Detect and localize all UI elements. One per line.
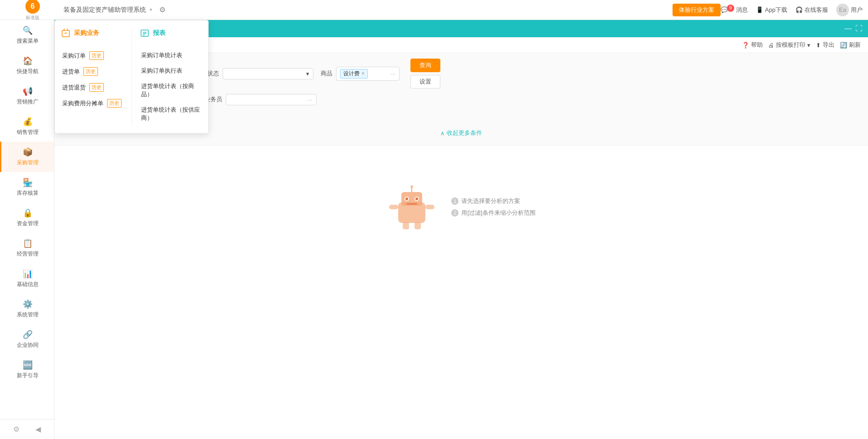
reports-col-header-icon xyxy=(139,28,150,39)
step-1-text: 请先选择要分析的方案 xyxy=(461,197,520,205)
export-button[interactable]: ⬆ 导出 xyxy=(816,41,834,49)
enterprise-icon: 🔗 xyxy=(23,330,33,340)
sidebar: 🔍 搜索菜单 🏠 快捷导航 📢 营销推广 💰 销售管理 📦 采购管理 🏪 库存核… xyxy=(0,20,54,439)
salesperson-select[interactable]: ··· xyxy=(226,94,317,105)
goods-more-dots[interactable]: ··· xyxy=(390,70,395,77)
history-tag-goods-receipt: 历史 xyxy=(83,67,98,76)
sidebar-item-system[interactable]: ⚙️ 系统管理 xyxy=(0,294,54,324)
collapse-label: 收起更多条件 xyxy=(447,129,482,137)
settings-bottom-button[interactable]: ⚙ xyxy=(13,425,20,434)
svg-rect-6 xyxy=(406,203,417,205)
system-gear-button[interactable]: ⚙ xyxy=(156,4,169,16)
svg-rect-9 xyxy=(403,222,409,229)
online-service-label: 在线客服 xyxy=(805,6,828,14)
marketing-icon: 📢 xyxy=(23,86,33,96)
filter-actions: 查询 设置 xyxy=(410,59,440,89)
step-2-text: 用[过滤]条件来缩小分析范围 xyxy=(461,209,535,217)
tab-minimize-button[interactable]: — xyxy=(844,25,852,33)
dropdown-goods-receipt-by-product[interactable]: 进货单统计表（按商品） xyxy=(139,79,203,102)
sidebar-label-enterprise: 企业协同 xyxy=(17,341,39,349)
app-download-button[interactable]: 📱 App下载 xyxy=(756,6,787,14)
finance-icon: 🔒 xyxy=(23,208,33,218)
svg-rect-13 xyxy=(62,30,69,37)
status-arrow: ▾ xyxy=(306,70,309,77)
header-right: 💬 9 消息 📱 App下载 🎧 在线客服 Ea 用户 xyxy=(721,4,863,16)
sidebar-item-inventory[interactable]: 🏪 库存核算 xyxy=(0,172,54,202)
goods-tag-label: 设计费 xyxy=(343,70,360,78)
tab-maximize-button[interactable]: ⛶ xyxy=(855,25,863,33)
history-tag-purchase-order: 历史 xyxy=(89,51,104,60)
system-dropdown-arrow[interactable]: ▾ xyxy=(150,7,152,13)
print-button[interactable]: 🖨 按模板打印 ▾ xyxy=(768,41,810,49)
purchase-col-header: 采购业务 xyxy=(60,28,124,42)
user-menu-button[interactable]: Ea 用户 xyxy=(836,4,863,16)
salesperson-dots[interactable]: ··· xyxy=(307,96,312,103)
svg-rect-10 xyxy=(414,222,421,229)
dropdown-goods-return[interactable]: 进货退货 历史 xyxy=(60,79,124,95)
sidebar-label-finance: 资金管理 xyxy=(17,220,39,227)
sidebar-item-enterprise[interactable]: 🔗 企业协同 xyxy=(0,324,54,355)
app-download-label: App下载 xyxy=(765,6,787,14)
column-divider xyxy=(132,28,132,126)
status-select[interactable]: ▾ xyxy=(223,68,313,79)
print-dropdown-arrow[interactable]: ▾ xyxy=(807,42,810,49)
dropdown-purchase-order-exec[interactable]: 采购订单执行表 xyxy=(139,63,203,79)
step-1-number: 1 xyxy=(451,197,458,205)
goods-receipt-by-product-label: 进货单统计表（按商品） xyxy=(141,82,201,99)
avatar-initials: Ea xyxy=(839,6,846,13)
dropdown-purchase-expense[interactable]: 采购费用分摊单 历史 xyxy=(60,95,124,111)
dropdown-purchase-order-stats[interactable]: 采购订单统计表 xyxy=(139,48,203,63)
collapse-sidebar-button[interactable]: ◀ xyxy=(35,425,41,434)
sidebar-item-quick[interactable]: 🏠 快捷导航 xyxy=(0,50,54,81)
purchase-col: 采购业务 采购订单 历史 进货单 历史 进货退货 历史 采购费用分摊单 历史 xyxy=(55,28,130,126)
purchase-dropdown-menu: 采购业务 采购订单 历史 进货单 历史 进货退货 历史 采购费用分摊单 历史 报… xyxy=(54,20,209,133)
sidebar-label-operations: 经营管理 xyxy=(17,250,39,258)
headset-icon: 🎧 xyxy=(795,6,803,13)
svg-rect-15 xyxy=(141,30,148,36)
dropdown-goods-receipt[interactable]: 进货单 历史 xyxy=(60,64,124,79)
dropdown-goods-receipt-by-supplier[interactable]: 进货单统计表（按供应商） xyxy=(139,102,203,126)
inventory-icon: 🏪 xyxy=(23,178,33,187)
trial-button[interactable]: 体验行业方案 xyxy=(673,4,721,16)
sidebar-item-basic[interactable]: 📊 基础信息 xyxy=(0,263,54,294)
sidebar-item-marketing[interactable]: 📢 营销推广 xyxy=(0,81,54,111)
refresh-icon: 🔄 xyxy=(840,42,847,49)
settings-button[interactable]: 设置 xyxy=(410,75,440,89)
purchase-icon: 📦 xyxy=(23,147,33,157)
query-button[interactable]: 查询 xyxy=(410,59,440,72)
goods-select[interactable]: 设计费 × ··· xyxy=(336,67,400,81)
purchase-col-title: 采购业务 xyxy=(74,29,99,37)
goods-tag-close[interactable]: × xyxy=(361,70,365,77)
print-icon: 🖨 xyxy=(768,42,774,49)
message-button[interactable]: 💬 9 消息 xyxy=(721,6,748,14)
sidebar-label-system: 系统管理 xyxy=(17,311,39,319)
dropdown-purchase-order[interactable]: 采购订单 历史 xyxy=(60,48,124,64)
sidebar-item-sales[interactable]: 💰 销售管理 xyxy=(0,111,54,142)
sidebar-label-search: 搜索菜单 xyxy=(17,37,39,45)
sidebar-item-purchase[interactable]: 📦 采购管理 xyxy=(0,142,54,172)
svg-rect-8 xyxy=(425,205,434,209)
goods-label: 商品 xyxy=(321,69,332,78)
help-button[interactable]: ❓ 帮助 xyxy=(742,41,763,49)
sidebar-item-search[interactable]: 🔍 搜索菜单 xyxy=(0,20,54,50)
collapse-arrow-icon: ∧ xyxy=(440,130,445,137)
purchase-col-header-icon xyxy=(60,28,71,39)
sidebar-label-guide: 新手引导 xyxy=(17,372,39,380)
goods-receipt-label: 进货单 xyxy=(62,68,80,76)
goods-tag: 设计费 × xyxy=(340,69,368,79)
help-icon: ❓ xyxy=(742,42,749,49)
help-label: 帮助 xyxy=(751,41,763,49)
reports-col-title: 报表 xyxy=(153,29,166,37)
refresh-label: 刷新 xyxy=(849,41,861,49)
goods-return-label: 进货退货 xyxy=(62,84,86,92)
sidebar-item-guide[interactable]: 🆕 新手引导 xyxy=(0,355,54,385)
sidebar-item-operations[interactable]: 📋 经营管理 xyxy=(0,233,54,263)
sidebar-item-finance[interactable]: 🔒 资金管理 xyxy=(0,202,54,233)
svg-point-4 xyxy=(405,197,408,200)
avatar: Ea xyxy=(836,4,849,16)
search-icon: 🔍 xyxy=(23,25,33,35)
online-service-button[interactable]: 🎧 在线客服 xyxy=(795,6,828,14)
refresh-button[interactable]: 🔄 刷新 xyxy=(840,41,861,49)
sidebar-label-basic: 基础信息 xyxy=(17,281,39,288)
filter-status: 单据状态 ▾ xyxy=(195,68,313,79)
